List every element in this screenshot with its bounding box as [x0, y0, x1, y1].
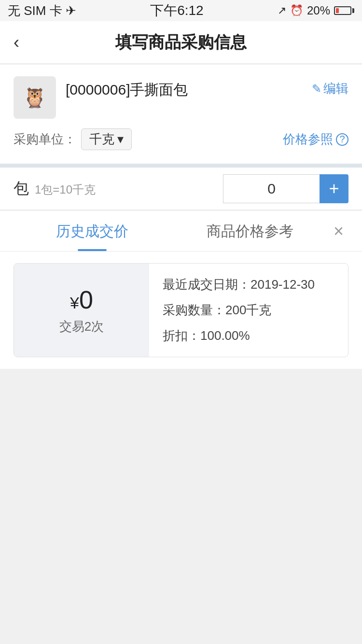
- unit-text: 采购单位：: [14, 131, 76, 148]
- edit-button[interactable]: ✎ 编辑: [312, 80, 348, 97]
- discount-value: 100.00%: [200, 328, 250, 343]
- back-button[interactable]: ‹: [14, 32, 19, 53]
- qty-controls: +: [223, 174, 348, 203]
- tab-product-price-ref[interactable]: 商品价格参考: [171, 211, 328, 251]
- product-image-icon: 🦉: [23, 86, 47, 109]
- product-left: 🦉 [0000006]手撕面包: [14, 76, 188, 119]
- price-ref-label: 价格参照: [283, 131, 333, 148]
- location-icon: ↗: [278, 4, 286, 17]
- history-price-display: ¥0: [70, 285, 93, 314]
- no-sim-label: 无 SIM 卡 ✈: [8, 2, 76, 19]
- recent-date-value: 2019-12-30: [251, 277, 315, 292]
- unit-select-dropdown[interactable]: 千克 ▾: [81, 128, 132, 150]
- recent-date-row: 最近成交日期：2019-12-30: [163, 275, 334, 294]
- quantity-row: 包 1包=10千克 +: [0, 168, 362, 210]
- qty-unit-hint: 1包=10千克: [35, 182, 96, 197]
- history-detail-panel: 最近成交日期：2019-12-30 采购数量：200千克 折扣：100.00%: [149, 264, 348, 357]
- qty-plus-button[interactable]: +: [320, 174, 348, 203]
- discount-row: 折扣：100.00%: [163, 326, 334, 345]
- status-time: 下午6:12: [150, 1, 204, 20]
- qty-label: 包 1包=10千克: [14, 178, 96, 199]
- product-card: 🦉 [0000006]手撕面包 ✎ 编辑 采购单位： 千克 ▾ 价格参照 ?: [0, 65, 362, 164]
- price-ref-help-icon: ?: [336, 133, 348, 146]
- product-top-row: 🦉 [0000006]手撕面包 ✎ 编辑: [14, 76, 348, 119]
- history-price-panel: ¥0 交易2次: [14, 264, 149, 357]
- bottom-area: [0, 369, 362, 644]
- alarm-icon: ⏰: [290, 4, 303, 17]
- chevron-down-icon: ▾: [117, 132, 124, 147]
- battery-label: 20%: [307, 4, 330, 17]
- nav-bar: ‹ 填写商品采购信息: [0, 21, 362, 64]
- tabs-header: 历史成交价 商品价格参考 ×: [0, 211, 362, 252]
- edit-icon: ✎: [312, 82, 321, 96]
- discount-label: 折扣：: [163, 328, 200, 343]
- tabs-close-button[interactable]: ×: [329, 223, 348, 240]
- edit-label: 编辑: [323, 80, 348, 97]
- recent-date-label: 最近成交日期：: [163, 277, 251, 292]
- status-bar: 无 SIM 卡 ✈ 下午6:12 ↗ ⏰ 20%: [0, 0, 362, 21]
- price-reference-button[interactable]: 价格参照 ?: [283, 131, 348, 148]
- purchase-qty-label: 采购数量：: [163, 303, 225, 317]
- price-value: 0: [79, 286, 93, 314]
- purchase-qty-value: 200千克: [225, 303, 271, 317]
- scroll-indicator: [0, 164, 362, 168]
- product-name: [0000006]手撕面包: [66, 80, 188, 100]
- status-right: ↗ ⏰ 20%: [278, 4, 354, 17]
- unit-row: 采购单位： 千克 ▾ 价格参照 ?: [14, 128, 348, 150]
- price-currency-symbol: ¥: [70, 294, 79, 312]
- tab-history-price[interactable]: 历史成交价: [14, 211, 171, 251]
- history-section: ¥0 交易2次 最近成交日期：2019-12-30 采购数量：200千克 折扣：…: [0, 252, 362, 369]
- qty-unit-label: 包: [14, 178, 29, 199]
- tabs-panel: 历史成交价 商品价格参考 × ¥0 交易2次 最近成交日期：2019-12-30…: [0, 211, 362, 369]
- history-card: ¥0 交易2次 最近成交日期：2019-12-30 采购数量：200千克 折扣：…: [14, 263, 348, 357]
- product-thumbnail: 🦉: [14, 76, 56, 119]
- unit-value: 千克: [89, 131, 114, 148]
- status-left: 无 SIM 卡 ✈: [8, 2, 76, 19]
- quantity-input[interactable]: [223, 174, 320, 203]
- page-title: 填写商品采购信息: [115, 31, 247, 54]
- trade-count: 交易2次: [59, 318, 104, 335]
- purchase-qty-row: 采购数量：200千克: [163, 301, 334, 320]
- unit-label: 采购单位： 千克 ▾: [14, 128, 132, 150]
- battery-icon: [334, 6, 354, 15]
